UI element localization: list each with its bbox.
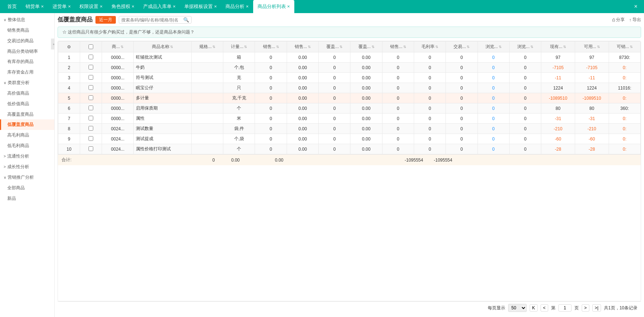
sidebar-section-overall[interactable]: ∨ 整体信息 — [0, 15, 54, 25]
row-name[interactable]: 符号测试 — [134, 73, 192, 83]
row-checkbox[interactable] — [80, 93, 102, 103]
col-gross-margin[interactable]: 毛利率⇅ — [414, 41, 445, 52]
col-browse1[interactable]: 浏览...⇅ — [478, 41, 509, 52]
row-browse1[interactable]: 0 — [478, 73, 509, 83]
row-select-checkbox[interactable] — [89, 126, 93, 131]
row-browse1[interactable]: 0 — [478, 52, 509, 63]
row-checkbox[interactable] — [80, 103, 102, 114]
col-checkbox[interactable] — [80, 41, 102, 52]
row-browse1[interactable]: 0 — [478, 144, 509, 154]
sidebar-item-sales-goods[interactable]: 销售类商品 — [0, 25, 54, 36]
col-coverage2[interactable]: 覆盖...⇅ — [350, 41, 382, 52]
row-name[interactable]: 属性价格打印测试 — [134, 144, 192, 154]
nav-analysis-list[interactable]: 商品分析列表 × — [253, 0, 294, 13]
sidebar-section-growth[interactable]: > 成长性分析 — [0, 162, 54, 172]
row-checkbox[interactable] — [80, 124, 102, 134]
row-browse1[interactable]: 0 — [478, 114, 509, 124]
row-browse1[interactable]: 0 — [478, 103, 509, 114]
row-select-checkbox[interactable] — [89, 75, 93, 80]
search-icon[interactable]: 🔍 — [183, 17, 189, 23]
sidebar-item-high-value[interactable]: 高价值商品 — [0, 88, 54, 99]
row-checkbox[interactable] — [80, 144, 102, 154]
sidebar-collapse-button[interactable]: « — [51, 39, 55, 49]
row-name[interactable]: 测试数量 — [134, 124, 192, 134]
export-button[interactable]: ↑ 导出 — [629, 17, 641, 23]
row-checkbox[interactable] — [80, 52, 102, 63]
row-select-checkbox[interactable] — [89, 146, 93, 151]
sidebar-item-low-profit[interactable]: 低毛利商品 — [0, 140, 54, 151]
nav-permission[interactable]: 权限设置 × — [75, 0, 107, 13]
nav-template[interactable]: 单据模板设置 × — [180, 0, 221, 13]
row-name[interactable]: 旺辅批次测试 — [134, 52, 192, 63]
col-name[interactable]: 商品名称⇅ — [134, 41, 192, 52]
sidebar-item-new-goods[interactable]: 新品 — [0, 193, 54, 204]
time-filter-button[interactable]: 近一月 — [95, 16, 116, 24]
col-settings[interactable]: ⚙ — [58, 41, 80, 52]
col-current-stock[interactable]: 现有...⇅ — [541, 41, 575, 52]
row-select-checkbox[interactable] — [89, 136, 93, 141]
sidebar-section-marketing[interactable]: ∨ 营销推广分析 — [0, 172, 54, 183]
row-name[interactable]: 眠宝公仔 — [134, 83, 192, 93]
prev-page-button[interactable]: < — [541, 304, 548, 312]
row-browse1[interactable]: 0 — [478, 83, 509, 93]
nav-purchase[interactable]: 进货单 × — [48, 0, 75, 13]
last-page-button[interactable]: >| — [592, 304, 601, 312]
col-saleable[interactable]: 可销...⇅ — [609, 41, 640, 52]
sidebar-item-stock-goods[interactable]: 有库存的商品 — [0, 56, 54, 67]
col-spec[interactable]: 规格...⇅ — [191, 41, 223, 52]
share-button[interactable]: ⎙ 分享 — [612, 17, 625, 23]
row-name[interactable]: 测试提成 — [134, 134, 192, 144]
col-sales-days[interactable]: 销售...⇅ — [382, 41, 414, 52]
sidebar-section-circulation[interactable]: > 流通性分析 — [0, 151, 54, 162]
first-page-button[interactable]: K — [530, 304, 538, 312]
nav-stock[interactable]: 产成品入库单 × — [139, 0, 180, 13]
row-name[interactable]: 属性 — [134, 114, 192, 124]
col-sales-qty[interactable]: 销售...⇅ — [255, 41, 287, 52]
row-checkbox[interactable] — [80, 73, 102, 83]
sidebar-section-category[interactable]: ∨ 类群度分析 — [0, 78, 54, 88]
nav-sales[interactable]: 销货单 × — [21, 0, 48, 13]
row-browse1[interactable]: 0 — [478, 93, 509, 103]
row-select-checkbox[interactable] — [89, 65, 93, 70]
sidebar-item-low-coverage[interactable]: 低覆盖度商品 — [0, 119, 54, 130]
page-number-input[interactable] — [558, 304, 572, 312]
row-select-checkbox[interactable] — [89, 95, 93, 100]
col-browse2[interactable]: 浏览...⇅ — [509, 41, 541, 52]
col-transactions[interactable]: 交易...⇅ — [446, 41, 478, 52]
row-browse1[interactable]: 0 — [478, 134, 509, 144]
sidebar-item-all-goods[interactable]: 全部商品 — [0, 183, 54, 193]
sidebar-item-high-profit[interactable]: 高毛利商品 — [0, 130, 54, 140]
row-name[interactable]: 启用保质期 — [134, 103, 192, 114]
row-name[interactable]: 多计量 — [134, 93, 192, 103]
row-checkbox[interactable] — [80, 83, 102, 93]
per-page-select[interactable]: 50 100 200 — [508, 304, 527, 312]
col-sales-amount[interactable]: 销售...⇅ — [287, 41, 318, 52]
row-browse1[interactable]: 0 — [478, 63, 509, 73]
nav-home[interactable]: 首页 — [3, 0, 21, 13]
row-select-checkbox[interactable] — [89, 106, 93, 110]
nav-analysis[interactable]: 商品分析 × — [221, 0, 253, 13]
row-select-checkbox[interactable] — [89, 55, 93, 59]
col-available-stock[interactable]: 可用...⇅ — [575, 41, 609, 52]
row-select-checkbox[interactable] — [89, 116, 93, 120]
row-name[interactable]: 牛奶 — [134, 63, 192, 73]
window-close-button[interactable]: × — [631, 3, 641, 10]
col-unit[interactable]: 计量...⇅ — [223, 41, 255, 52]
row-select-checkbox[interactable] — [89, 85, 93, 90]
row-checkbox[interactable] — [80, 134, 102, 144]
sidebar-item-high-coverage[interactable]: 高覆盖度商品 — [0, 109, 54, 120]
row-checkbox[interactable] — [80, 114, 102, 124]
sidebar-item-stock-capital[interactable]: 库存资金占用 — [0, 67, 54, 78]
col-code[interactable]: 商...⇅ — [102, 41, 134, 52]
sidebar-item-low-value[interactable]: 低价值商品 — [0, 99, 54, 109]
sidebar-item-category-rate[interactable]: 商品分类动销率 — [0, 46, 54, 57]
row-checkbox[interactable] — [80, 63, 102, 73]
row-unit: 只 — [223, 83, 255, 93]
search-input[interactable] — [121, 17, 183, 23]
next-page-button[interactable]: > — [582, 304, 589, 312]
sidebar-item-traded-goods[interactable]: 交易过的商品 — [0, 36, 54, 46]
nav-role[interactable]: 角色授权 × — [107, 0, 139, 13]
col-coverage1[interactable]: 覆盖...⇅ — [319, 41, 350, 52]
row-browse1[interactable]: 0 — [478, 124, 509, 134]
select-all-checkbox[interactable] — [89, 44, 93, 49]
